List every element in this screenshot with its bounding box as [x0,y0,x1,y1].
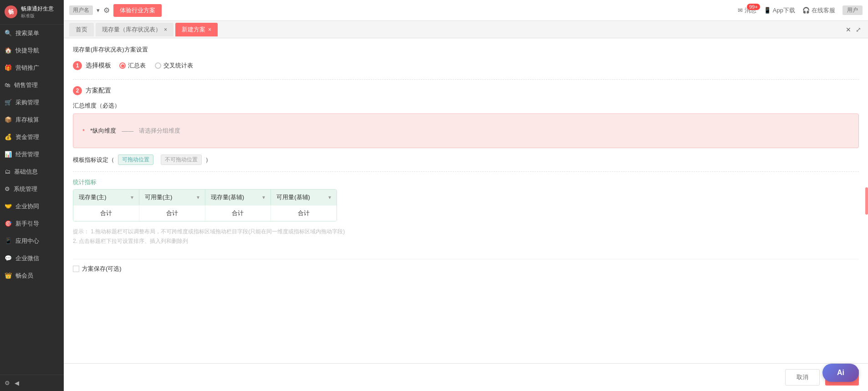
stats-col-1[interactable]: 现存量(主) ▾ [73,190,139,205]
dimension-box[interactable]: * *纵向维度 —— 请选择分组维度 [73,113,859,148]
sidebar-item-newbie[interactable]: 🎯 新手引导 [0,215,64,232]
stats-cell-1: 合计 [73,206,139,221]
window-expand-btn[interactable]: ⤢ [854,26,863,34]
radio-summary-circle [119,62,126,69]
stats-table: 现存量(主) ▾ 可用量(主) ▾ 现存量(基辅) ▾ 可用量(基辅) [73,189,337,221]
tab-new-scheme[interactable]: 新建方案 × [175,23,218,36]
topbar: 用户名 ▾ ⚙ 体验行业方案 ✉ 消息 99+ 📱 App下载 🎧 在线客服 用… [64,0,868,21]
message-button[interactable]: ✉ 消息 99+ [738,6,756,15]
sidebar-item-operations[interactable]: 📊 经营管理 [0,146,64,163]
sidebar-item-quick-nav[interactable]: 🏠 快捷导航 [0,42,64,59]
money-icon: 💰 [5,134,12,140]
stats-cell-3: 合计 [205,206,271,221]
sidebar-item-finance[interactable]: 💰 资金管理 [0,129,64,146]
stats-col-3[interactable]: 现存量(基辅) ▾ [205,190,271,205]
sidebar-item-sales[interactable]: 🛍 销售管理 [0,77,64,94]
stats-col-4[interactable]: 可用量(基辅) ▾ [271,190,337,205]
cart-icon: 🛒 [5,99,12,106]
topbar-username: 用户名 [69,5,93,15]
sidebar-bottom: ⚙ ◀ [0,375,64,391]
sidebar-item-member[interactable]: 👑 畅会员 [0,267,64,284]
page-title: 现存量(库存状况表)方案设置 [73,46,859,54]
tip-line-1: 提示： 1.拖动标题栏可以调整布局，不可跨维度或指标区域拖动栏目字段(只能在同一… [73,228,859,236]
tab-home[interactable]: 首页 [69,23,94,36]
cancel-button[interactable]: 取消 [785,369,820,386]
bag-icon: 🛍 [5,82,10,88]
radio-summary[interactable]: 汇总表 [119,62,146,70]
sidebar-search-label: 搜索菜单 [15,29,39,37]
gear-icon: ⚙ [5,185,10,192]
metrics-close: ） [205,156,211,164]
sidebar-item-wechat[interactable]: 💬 企业微信 [0,250,64,267]
dimension-placeholder: 请选择分组维度 [139,127,180,135]
col1-chevron-icon: ▾ [131,194,133,201]
sidebar: 畅 畅康通好生意 标准版 🔍 搜索菜单 🏠 快捷导航 🎁 营销推广 🛍 销售管理… [0,0,64,391]
message-badge: 99+ [747,4,760,10]
home-icon: 🏠 [5,47,12,54]
app-logo-icon: 畅 [5,5,17,18]
sidebar-logo: 畅 畅康通好生意 标准版 [0,0,64,25]
sidebar-nav: 🔍 搜索菜单 🏠 快捷导航 🎁 营销推广 🛍 销售管理 🛒 采购管理 📦 库存核… [0,25,64,375]
save-checkbox[interactable] [73,266,79,272]
sidebar-item-enterprise[interactable]: 🤝 企业协同 [0,198,64,215]
col3-chevron-icon: ▾ [262,194,265,201]
sidebar-item-appstore[interactable]: 📱 应用中心 [0,232,64,250]
window-controls: ✕ ⤢ [844,26,863,34]
scroll-indicator [865,187,868,215]
sidebar-label: 快捷导航 [15,46,39,55]
handshake-icon: 🤝 [5,203,12,210]
radio-cross[interactable]: 交叉统计表 [155,62,193,70]
sidebar-item-system[interactable]: ⚙ 系统管理 [0,180,64,198]
trial-button[interactable]: 体验行业方案 [113,4,162,17]
sidebar-label: 销售管理 [14,81,38,89]
tab-inventory-close[interactable]: × [164,26,167,33]
dimension-field-label: *纵向维度 [90,127,116,135]
app-download-button[interactable]: 📱 App下载 [764,6,795,15]
required-star: * [82,128,85,134]
stats-header-row: 现存量(主) ▾ 可用量(主) ▾ 现存量(基辅) ▾ 可用量(基辅) [73,190,337,205]
search-icon: 🔍 [5,30,12,36]
settings-bottom-icon[interactable]: ⚙ [5,380,10,386]
metrics-setting: 模板指标设定（ 可拖动位置 不可拖动位置 ） [73,154,859,165]
metrics-fixed-badge: 不可拖动位置 [161,154,202,165]
headset-icon: 🎧 [802,7,810,14]
sidebar-label: 新手引导 [15,220,39,228]
sidebar-label: 营销推广 [15,64,39,72]
phone-icon: 📱 [5,237,12,244]
topbar-dropdown-icon[interactable]: ▾ [97,7,100,14]
section2-header: 2 方案配置 [73,86,859,95]
col4-chevron-icon: ▾ [328,194,331,201]
tabbar: 首页 现存量（库存状况表） × 新建方案 × ✕ ⤢ [64,21,868,38]
sidebar-item-marketing[interactable]: 🎁 营销推广 [0,59,64,77]
sidebar-label: 经营管理 [15,150,39,159]
mobile-icon: 📱 [764,7,771,14]
metrics-divider [73,171,859,172]
dimension-dash: —— [122,128,133,134]
metrics-movable-badge: 可拖动位置 [118,154,153,165]
ai-label: Ai [837,369,844,377]
section1-title: 选择模板 [86,62,111,70]
stats-col-2[interactable]: 可用量(主) ▾ [139,190,205,205]
user-avatar[interactable]: 用户 [842,5,863,15]
message-icon: ✉ [738,7,743,14]
section1-header: 1 选择模板 汇总表 交叉统计表 [73,61,859,70]
sidebar-item-inventory[interactable]: 📦 库存核算 [0,111,64,129]
window-close-btn[interactable]: ✕ [844,26,853,34]
topbar-gear-icon[interactable]: ⚙ [103,6,110,15]
online-service-button[interactable]: 🎧 在线客服 [802,6,835,15]
gift-icon: 🎁 [5,64,12,71]
collapse-icon[interactable]: ◀ [15,380,19,386]
ai-float-button[interactable]: Ai [822,364,859,382]
tab-new-scheme-close[interactable]: × [208,26,211,33]
sidebar-item-purchase[interactable]: 🛒 采购管理 [0,94,64,111]
sidebar-item-basics[interactable]: 🗂 基础信息 [0,163,64,180]
dimension-label: 汇总维度（必选） [73,102,859,110]
tab-inventory[interactable]: 现存量（库存状况表） × [96,23,174,36]
save-option-label: 方案保存(可选) [82,265,122,273]
sidebar-label: 企业协同 [15,202,39,211]
chart-icon: 📊 [5,151,12,158]
sidebar-label: 企业微信 [15,254,39,262]
sidebar-item-search[interactable]: 🔍 搜索菜单 [0,25,64,42]
section-divider [73,79,859,80]
main-area: 用户名 ▾ ⚙ 体验行业方案 ✉ 消息 99+ 📱 App下载 🎧 在线客服 用… [64,0,868,391]
